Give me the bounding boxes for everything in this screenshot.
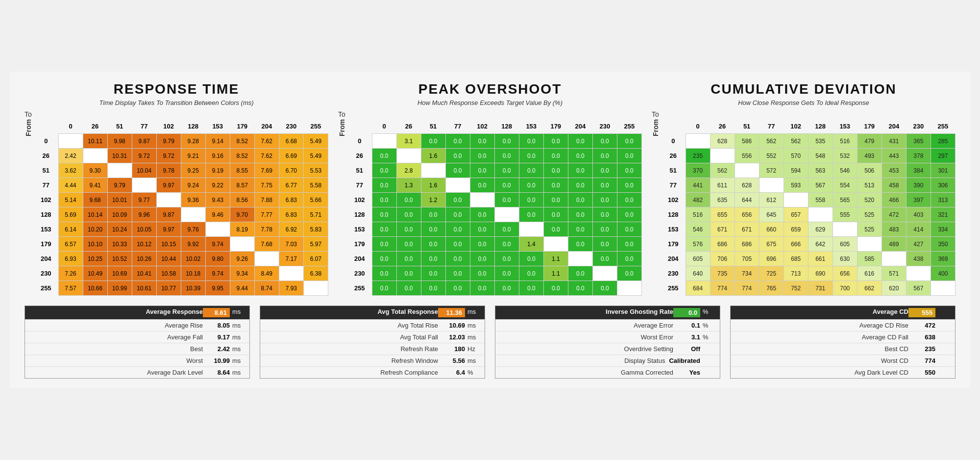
matrix-cell: 0.0 <box>445 207 470 222</box>
rt-dark-label: Average Dark Level <box>30 369 203 376</box>
matrix-cell: 0.0 <box>617 207 641 222</box>
matrix-cell-diagonal <box>107 163 132 178</box>
matrix-cell: 10.24 <box>107 222 132 237</box>
matrix-cell: 9.80 <box>205 252 230 266</box>
row-header: 26 <box>347 149 372 163</box>
matrix-cell: 7.93 <box>279 281 303 296</box>
matrix-cell: 0.0 <box>372 266 396 281</box>
rt-best-row: Best 2.42 ms <box>25 343 249 355</box>
col-header: 128 <box>494 119 519 134</box>
matrix-cell: 9.28 <box>181 134 205 149</box>
matrix-cell: 0.0 <box>568 222 592 237</box>
row-header: 230 <box>661 266 686 281</box>
matrix-cell: 313 <box>931 193 955 207</box>
os-gc-row: Gamma Corrected Yes <box>495 367 720 378</box>
matrix-cell: 6.70 <box>279 163 303 178</box>
cd-best-value: 235 <box>908 345 935 353</box>
matrix-cell: 0.0 <box>592 281 617 296</box>
matrix-cell: 9.36 <box>181 193 205 207</box>
matrix-cell: 671 <box>710 222 735 237</box>
matrix-cell: 629 <box>808 222 833 237</box>
matrix-cell: 0.0 <box>445 222 470 237</box>
matrix-cell: 0.0 <box>592 252 617 266</box>
matrix-cell: 9.70 <box>230 207 254 222</box>
cd-to-label: To <box>652 110 956 118</box>
matrix-cell: 0.0 <box>494 266 519 281</box>
row-header: 51 <box>661 163 686 178</box>
cd-matrix-wrapper: From 02651771021281531792042302550628586… <box>652 119 956 296</box>
col-header: 102 <box>470 119 494 134</box>
matrix-cell: 9.34 <box>230 266 254 281</box>
os-ae-unit: % <box>700 322 715 329</box>
matrix-cell: 370 <box>686 163 710 178</box>
cd-dark-value: 550 <box>908 369 935 376</box>
matrix-cell: 8.56 <box>230 193 254 207</box>
matrix-cell: 635 <box>710 193 735 207</box>
cd-worst-row: Worst CD 774 <box>731 355 955 367</box>
col-header: 179 <box>230 119 254 134</box>
matrix-cell-diagonal <box>808 207 833 222</box>
matrix-cell: 0.0 <box>592 237 617 252</box>
matrix-cell: 0.0 <box>494 237 519 252</box>
tr-rr-unit: Hz <box>465 345 480 353</box>
matrix-cell: 0.0 <box>592 178 617 193</box>
matrix-cell: 10.58 <box>156 266 181 281</box>
matrix-cell: 9.44 <box>230 281 254 296</box>
matrix-cell-diagonal <box>735 163 759 178</box>
matrix-cell: 9.22 <box>205 178 230 193</box>
matrix-cell: 10.49 <box>83 266 107 281</box>
cd-worst-label: Worst CD <box>735 357 908 364</box>
matrix-cell: 657 <box>784 207 808 222</box>
matrix-cell: 0.0 <box>421 266 445 281</box>
os-od-label: Overdrive Setting <box>500 345 673 353</box>
matrix-cell: 0.0 <box>421 134 445 149</box>
matrix-cell: 548 <box>808 149 833 163</box>
matrix-cell: 0.0 <box>543 163 568 178</box>
matrix-cell: 546 <box>686 222 710 237</box>
matrix-cell: 774 <box>735 281 759 296</box>
col-header: 51 <box>421 119 445 134</box>
tr-fall-row: Avg Total Fall 12.03 ms <box>260 332 485 343</box>
matrix-cell: 0.0 <box>617 222 641 237</box>
matrix-cell: 10.77 <box>156 281 181 296</box>
matrix-cell: 1.3 <box>396 178 421 193</box>
os-ds-value: Calibrated <box>665 357 700 364</box>
matrix-cell: 0.0 <box>396 222 421 237</box>
matrix-cell: 520 <box>857 193 882 207</box>
matrix-cell: 555 <box>833 207 857 222</box>
matrix-cell: 0.0 <box>445 281 470 296</box>
matrix-cell: 0.0 <box>470 237 494 252</box>
matrix-cell: 7.62 <box>254 134 279 149</box>
matrix-cell: 0.0 <box>617 163 641 178</box>
matrix-cell: 1.6 <box>421 149 445 163</box>
matrix-cell: 235 <box>686 149 710 163</box>
stats-row: Average Response 8.61 ms Average Rise 8.… <box>24 306 956 379</box>
row-header: 0 <box>347 134 372 149</box>
matrix-cell: 525 <box>857 207 882 222</box>
os-ig-label: Inverse Ghosting Rate <box>500 308 673 317</box>
matrix-cell: 2.42 <box>58 149 83 163</box>
matrix-cell-diagonal <box>494 207 519 222</box>
rt-matrix-wrapper: From 0265177102128153179204230255010.119… <box>24 119 328 296</box>
matrix-cell: 576 <box>686 237 710 252</box>
rt-dark-unit: ms <box>230 369 245 376</box>
rt-rise-row: Average Rise 8.05 ms <box>25 320 249 332</box>
matrix-cell: 10.20 <box>83 222 107 237</box>
matrix-cell: 9.74 <box>205 266 230 281</box>
matrix-cell: 567 <box>906 281 931 296</box>
rt-best-unit: ms <box>230 345 245 353</box>
tr-rw-row: Refresh Window 5.56 ms <box>260 355 485 367</box>
os-we-row: Worst Error 3.1 % <box>495 332 720 343</box>
matrix-cell: 0.0 <box>519 134 543 149</box>
tr-avg-label: Avg Total Response <box>265 308 438 317</box>
matrix-cell: 605 <box>686 252 710 266</box>
po-matrix-inner: 026517710212815317920423025503.10.00.00.… <box>347 119 642 296</box>
matrix-cell: 0.0 <box>396 237 421 252</box>
matrix-cell: 5.69 <box>58 207 83 222</box>
matrix-cell: 479 <box>857 134 882 149</box>
matrix-cell: 10.39 <box>181 281 205 296</box>
matrix-cell: 556 <box>735 149 759 163</box>
matrix-cell: 594 <box>784 163 808 178</box>
matrix-cell: 6.92 <box>279 222 303 237</box>
matrix-cell: 403 <box>906 207 931 222</box>
